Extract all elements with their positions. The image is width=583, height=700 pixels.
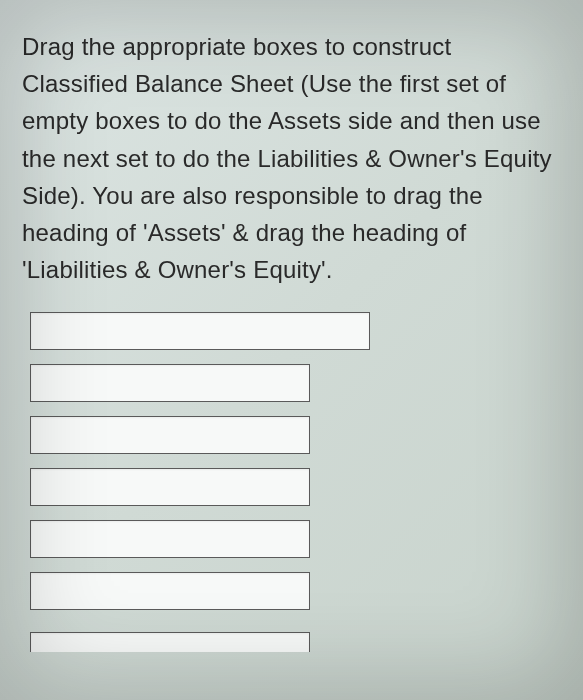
question-content: Drag the appropriate boxes to construct …: [0, 0, 583, 652]
drop-box-5[interactable]: [30, 520, 310, 558]
drop-box-3[interactable]: [30, 416, 310, 454]
drop-box-1[interactable]: [30, 312, 370, 350]
drop-boxes-container: [22, 312, 559, 652]
drop-box-6[interactable]: [30, 572, 310, 610]
drop-box-partial[interactable]: [30, 632, 310, 652]
drop-box-4[interactable]: [30, 468, 310, 506]
drop-box-2[interactable]: [30, 364, 310, 402]
instruction-text: Drag the appropriate boxes to construct …: [22, 28, 559, 288]
